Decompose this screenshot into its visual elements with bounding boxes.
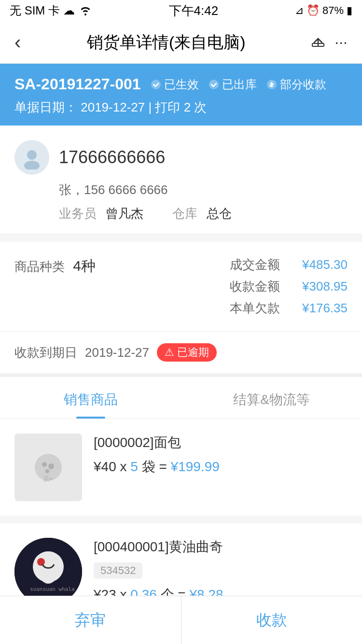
nav-left: ‹ bbox=[14, 31, 21, 53]
svg-point-1 bbox=[151, 80, 161, 89]
page-title: 销货单详情(来自电脑) bbox=[87, 31, 246, 54]
svg-text:suansuan whala: suansuan whala bbox=[30, 586, 75, 592]
svg-point-4 bbox=[27, 150, 37, 160]
order-id: SA-20191227-001 bbox=[14, 75, 141, 93]
sim-status: 无 SIM 卡 ☁ bbox=[10, 3, 75, 18]
warehouse-value: 总仓 bbox=[207, 206, 232, 221]
svg-point-9 bbox=[45, 469, 49, 473]
amount-value: ¥485.30 bbox=[290, 257, 348, 272]
customer-meta: 业务员 曾凡杰 仓库 总仓 bbox=[14, 205, 348, 222]
financial-stats: 成交金额 ¥485.30 收款金额 ¥308.95 本单欠款 ¥176.35 bbox=[230, 256, 348, 317]
battery-level: 87% bbox=[322, 4, 344, 17]
clock-icon: ⏰ bbox=[306, 4, 320, 17]
order-header: SA-20191227-001 已生效 已出库 部分收款 单据日期： 2019-… bbox=[0, 64, 362, 126]
status-right: ⊿ ⏰ 87% ▮ bbox=[295, 4, 352, 17]
wifi-icon bbox=[79, 6, 92, 15]
nav-bar: ‹ 销货单详情(来自电脑) ··· bbox=[0, 21, 362, 64]
product-types: 商品种类 4种 bbox=[14, 256, 96, 276]
tab-sales-products[interactable]: 销售商品 bbox=[0, 377, 181, 419]
more-button[interactable]: ··· bbox=[334, 33, 348, 51]
product-name-cookies: [000400001]黄油曲奇 bbox=[94, 538, 348, 556]
debt-value: ¥176.35 bbox=[290, 301, 348, 316]
sales-label: 业务员 bbox=[59, 206, 97, 221]
product-info-bread: [0000002]面包 ¥40 x 5 袋 = ¥199.99 bbox=[94, 434, 348, 476]
svg-text:品+: 品+ bbox=[43, 476, 53, 482]
cancel-review-button[interactable]: 弃审 bbox=[0, 596, 181, 644]
order-date: 单据日期： 2019-12-27 | 打印 2 次 bbox=[14, 99, 348, 116]
overdue-badge: ⚠ 已逾期 bbox=[157, 343, 217, 362]
due-date-section: 收款到期日 2019-12-27 ⚠ 已逾期 bbox=[0, 332, 362, 377]
back-button[interactable]: ‹ bbox=[14, 31, 21, 53]
status-left: 无 SIM 卡 ☁ bbox=[10, 3, 92, 18]
svg-point-7 bbox=[42, 462, 47, 467]
customer-contact: 张，156 6666 6666 bbox=[14, 182, 348, 198]
product-info-cookies: [000400001]黄油曲奇 534532 ¥23 x 0.36 个 = ¥8… bbox=[94, 538, 348, 604]
collect-payment-button[interactable]: 收款 bbox=[181, 596, 362, 644]
product-price-bread: ¥40 x 5 袋 = ¥199.99 bbox=[94, 458, 348, 476]
product-list: 品+ [0000002]面包 ¥40 x 5 袋 = ¥199.99 bbox=[0, 419, 362, 620]
badge-effective: 已生效 bbox=[151, 77, 199, 92]
svg-point-8 bbox=[48, 463, 54, 469]
product-image-bread: 品+ bbox=[14, 434, 82, 501]
location-icon: ⊿ bbox=[295, 4, 304, 17]
badge-dispatched: 已出库 bbox=[209, 77, 257, 92]
customer-avatar bbox=[14, 140, 49, 175]
svg-point-13 bbox=[37, 558, 45, 566]
tab-settlement-logistics[interactable]: 结算&物流等 bbox=[181, 377, 362, 419]
product-sku: 534532 bbox=[94, 562, 142, 579]
svg-point-2 bbox=[209, 80, 219, 89]
customer-name: 17666666666 bbox=[59, 147, 165, 168]
due-date-label: 收款到期日 bbox=[14, 344, 77, 361]
product-tabs: 销售商品 结算&物流等 bbox=[0, 377, 362, 419]
received-label: 收款金额 bbox=[230, 278, 280, 295]
nav-right: ··· bbox=[311, 33, 348, 51]
battery-icon: ▮ bbox=[347, 4, 352, 17]
warning-icon: ⚠ bbox=[165, 346, 174, 359]
badge-partial-payment: 部分收款 bbox=[266, 77, 326, 92]
svg-point-5 bbox=[24, 161, 40, 169]
due-date-value: 2019-12-27 bbox=[85, 345, 149, 360]
warehouse-label: 仓库 bbox=[172, 206, 197, 221]
status-bar: 无 SIM 卡 ☁ 下午4:42 ⊿ ⏰ 87% ▮ bbox=[0, 0, 362, 21]
product-image-cookies: suansuan whala bbox=[14, 538, 82, 605]
product-name-bread: [0000002]面包 bbox=[94, 434, 348, 452]
received-value: ¥308.95 bbox=[290, 279, 348, 294]
stats-section: 商品种类 4种 成交金额 ¥485.30 收款金额 ¥308.95 本单欠款 ¥… bbox=[0, 242, 362, 332]
product-item: 品+ [0000002]面包 ¥40 x 5 袋 = ¥199.99 bbox=[0, 419, 362, 516]
amount-label: 成交金额 bbox=[230, 256, 280, 273]
status-time: 下午4:42 bbox=[169, 2, 219, 19]
debt-label: 本单欠款 bbox=[230, 300, 280, 317]
bottom-bar: 弃审 收款 bbox=[0, 596, 362, 644]
share-button[interactable] bbox=[311, 34, 325, 51]
sales-value: 曾凡杰 bbox=[106, 206, 143, 221]
customer-section: 17666666666 张，156 6666 6666 业务员 曾凡杰 仓库 总… bbox=[0, 126, 362, 234]
